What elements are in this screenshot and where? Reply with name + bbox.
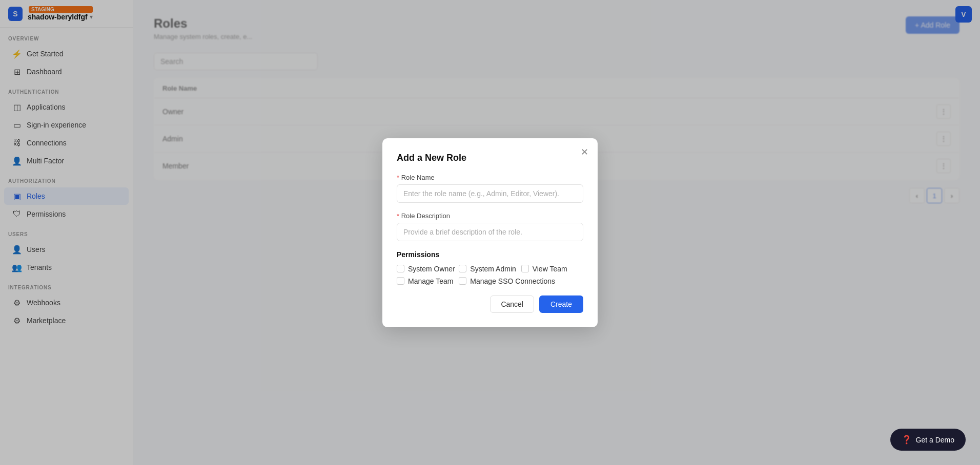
- close-icon[interactable]: ✕: [581, 147, 588, 157]
- required-star-2: *: [397, 212, 401, 220]
- modal-overlay: ✕ Add a New Role * Role Name * Role Desc…: [133, 0, 980, 465]
- perm-manage-team: Manage Team: [397, 277, 459, 285]
- perm-system-owner: System Owner: [397, 265, 459, 273]
- perm-view-team-label: View Team: [533, 265, 567, 273]
- main-content-area: V Roles Manage system roles, create, e..…: [133, 0, 980, 465]
- add-role-modal: ✕ Add a New Role * Role Name * Role Desc…: [382, 138, 598, 327]
- role-name-group: * Role Name: [397, 174, 583, 203]
- role-desc-group: * Role Description: [397, 212, 583, 241]
- perm-manage-team-checkbox[interactable]: [397, 277, 404, 285]
- perm-system-admin: System Admin: [459, 265, 521, 273]
- perm-system-admin-label: System Admin: [470, 265, 516, 273]
- role-desc-label: * Role Description: [397, 212, 583, 220]
- perm-view-team-checkbox[interactable]: [521, 265, 529, 272]
- cancel-button[interactable]: Cancel: [490, 295, 534, 313]
- permissions-label: Permissions: [397, 250, 583, 259]
- modal-footer: Cancel Create: [397, 295, 583, 313]
- modal-title: Add a New Role: [397, 153, 583, 163]
- perm-system-owner-checkbox[interactable]: [397, 265, 404, 272]
- perm-view-team: View Team: [521, 265, 583, 273]
- perm-manage-sso: Manage SSO Connections: [459, 277, 583, 285]
- create-button[interactable]: Create: [539, 295, 583, 313]
- perm-system-owner-label: System Owner: [408, 265, 455, 273]
- role-desc-input[interactable]: [397, 223, 583, 241]
- demo-icon: ❓: [902, 435, 912, 445]
- get-demo-label: Get a Demo: [916, 436, 954, 444]
- get-demo-button[interactable]: ❓ Get a Demo: [890, 429, 966, 451]
- permissions-grid: System Owner System Admin View Team Mana…: [397, 265, 583, 285]
- perm-manage-sso-label: Manage SSO Connections: [470, 277, 555, 285]
- perm-manage-sso-checkbox[interactable]: [459, 277, 466, 285]
- role-name-label: * Role Name: [397, 174, 583, 181]
- perm-system-admin-checkbox[interactable]: [459, 265, 466, 272]
- perm-manage-team-label: Manage Team: [408, 277, 453, 285]
- role-name-input[interactable]: [397, 184, 583, 203]
- required-star: *: [397, 174, 401, 181]
